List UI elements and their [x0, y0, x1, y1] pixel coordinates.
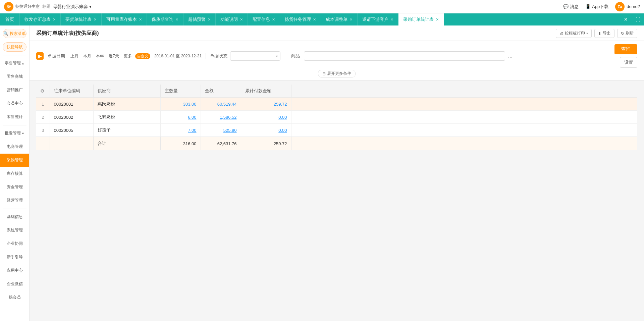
tab-expiry-query[interactable]: 保质期查询 ✕ [147, 13, 183, 25]
row-3-paid-link[interactable]: 0.00 [278, 128, 287, 133]
tab-inventory-ledger[interactable]: 可用量库存账本 ✕ [102, 13, 147, 25]
col-extra [291, 85, 637, 98]
sidebar-item-member-center[interactable]: 会员中心 [0, 97, 29, 110]
query-btn[interactable]: 查询 [614, 44, 637, 54]
sidebar: 🔍 搜索菜单 快捷导航 零售管理 ▲ 零售商城 营销推广 会员中心 零售统计 [0, 25, 30, 321]
status-select-wrapper [230, 51, 280, 61]
quick-nav-btn[interactable]: 快捷导航 [3, 42, 26, 52]
shortcut-last-7-days[interactable]: 近7天 [107, 53, 120, 60]
print-btn-label: 按模板打印 [565, 31, 585, 36]
app-download-btn[interactable]: 📱 App下载 [585, 4, 608, 10]
tab-invite-downstream-close[interactable]: ✕ [390, 17, 393, 22]
sidebar-item-retail-mgmt[interactable]: 零售管理 ▲ [0, 57, 29, 70]
sidebar-item-wholesale-mgmt[interactable]: 批发管理 ▼ [0, 127, 29, 140]
table-settings-icon[interactable]: ⚙ [40, 88, 45, 94]
footer-empty-1 [36, 137, 50, 150]
sidebar-item-app-center[interactable]: 应用中心 [0, 264, 29, 277]
print-btn[interactable]: 🖨 按模板打印 ▾ [556, 29, 592, 38]
table-header: ⚙ 往来单位编码 供应商 主数量 金额 累计付款金额 [36, 85, 637, 98]
tab-cost-adjust-close[interactable]: ✕ [350, 17, 353, 22]
shortcut-more[interactable]: 更多 [122, 53, 133, 60]
sidebar-item-enterprise-wechat[interactable]: 企业微信 [0, 277, 29, 291]
filter-settings-btn[interactable]: 设置 [620, 57, 637, 68]
tab-cost-adjust[interactable]: 成本调整单 ✕ [321, 13, 358, 25]
row-2-qty-link[interactable]: 6.00 [188, 115, 196, 120]
tab-goods-summary[interactable]: 要货单统计表 ✕ [61, 13, 102, 25]
sidebar-item-system-mgmt[interactable]: 系统管理 [0, 224, 29, 237]
col-code-header: 往来单位编码 [50, 85, 93, 98]
goods-label: 商品 [291, 53, 300, 59]
row-1-paid-link[interactable]: 259.72 [274, 102, 287, 107]
account-dropdown[interactable]: 母婴行业演示账套 ▾ [53, 4, 92, 10]
tab-purchase-order-summary-close[interactable]: ✕ [436, 17, 439, 22]
sidebar-item-enterprise-collab[interactable]: 企业协同 [0, 237, 29, 251]
maximize-btn[interactable]: ⛶ [632, 13, 644, 25]
tab-over-stock-alert-close[interactable]: ✕ [208, 17, 211, 22]
search-menu-btn[interactable]: 🔍 搜索菜单 [3, 29, 26, 38]
tab-expiry-query-label: 保质期查询 [152, 16, 173, 22]
sidebar-item-free-member[interactable]: 畅会员 [0, 291, 29, 304]
goods-input[interactable] [304, 51, 505, 61]
tab-home[interactable]: 首页 [0, 13, 20, 25]
row-1-qty: 303.00 [160, 98, 201, 111]
filter-toggle-btn[interactable]: ▶ [36, 52, 44, 60]
shortcut-this-month[interactable]: 本月 [82, 53, 93, 60]
row-3-amount-link[interactable]: 525.80 [223, 128, 237, 133]
tab-goods-summary-close[interactable]: ✕ [94, 17, 97, 22]
tab-expiry-query-close[interactable]: ✕ [175, 17, 178, 22]
expand-row: ⊞ 展开更多条件 [36, 70, 637, 77]
sidebar-item-inventory-check[interactable]: 库存核算 [0, 167, 29, 180]
table-row: 3 00020005 好孩子 7.00 525.80 0.00 [36, 124, 637, 137]
sidebar-item-finance-mgmt[interactable]: 资金管理 [0, 180, 29, 194]
tab-picking-task-close[interactable]: ✕ [313, 17, 316, 22]
filter-row: ▶ 单据日期 上月 本月 本年 近7天 更多 自定义 2016-01-01 至 … [36, 44, 637, 68]
row-1-supplier: 惠氏奶粉 [93, 98, 160, 111]
status-select[interactable] [230, 51, 280, 61]
row-1-qty-link[interactable]: 303.00 [183, 102, 197, 107]
sidebar-item-purchase-mgmt[interactable]: 采购管理 [0, 154, 29, 167]
sidebar-item-inventory-check-label: 库存核算 [7, 171, 23, 176]
sidebar-item-marketing[interactable]: 营销推广 [0, 84, 29, 97]
tab-purchase-order-summary-label: 采购订单统计表 [403, 16, 434, 22]
row-2-amount: 1,586.52 [201, 111, 241, 124]
date-badge[interactable]: 自定义 [135, 53, 150, 59]
close-all-btn[interactable]: ✕ [620, 13, 632, 25]
col-supplier-header: 供应商 [93, 85, 160, 98]
tab-function-desc[interactable]: 功能说明 ✕ [216, 13, 248, 25]
row-1-amount: 60,519.44 [201, 98, 241, 111]
sidebar-item-new-guide[interactable]: 新手引导 [0, 251, 29, 264]
content-area: 采购订单统计表(按供应商) 🖨 按模板打印 ▾ ⬇ 导出 ↻ 刷新 [30, 25, 644, 321]
tab-picking-task[interactable]: 拣货任务管理 ✕ [280, 13, 321, 25]
message-btn[interactable]: 💬 消息 [563, 4, 579, 10]
shortcut-last-month[interactable]: 上月 [69, 53, 80, 60]
row-2-paid-link[interactable]: 0.00 [278, 115, 287, 120]
footer-amount: 62,631.76 [201, 137, 241, 150]
tab-purchase-order-summary[interactable]: 采购订单统计表 ✕ [398, 13, 444, 25]
sidebar-item-basic-info[interactable]: 基础信息 [0, 210, 29, 224]
table-row: 2 00020002 飞鹤奶粉 6.00 1,586.52 0.00 [36, 111, 637, 124]
sidebar-item-ecommerce-mgmt[interactable]: 电商管理 [0, 140, 29, 154]
row-3-qty-link[interactable]: 7.00 [188, 128, 196, 133]
sidebar-item-retail-mall[interactable]: 零售商城 [0, 70, 29, 84]
refresh-btn[interactable]: ↻ 刷新 [617, 29, 637, 38]
expand-btn[interactable]: ⊞ 展开更多条件 [318, 70, 356, 77]
tab-receipt-summary[interactable]: 收发存汇总表 ✕ [20, 13, 61, 25]
goods-more-btn[interactable]: … [506, 53, 514, 59]
export-btn[interactable]: ⬇ 导出 [594, 29, 614, 38]
row-2-amount-link[interactable]: 1,586.52 [220, 115, 237, 120]
user-name: demo2 [627, 4, 640, 9]
tab-over-stock-alert[interactable]: 超储预警 ✕ [183, 13, 216, 25]
sidebar-item-operation-mgmt[interactable]: 经营管理 [0, 194, 29, 207]
tab-config-info[interactable]: 配置信息 ✕ [248, 13, 280, 25]
row-3-extra [291, 124, 637, 137]
row-1-amount-link[interactable]: 60,519.44 [217, 102, 237, 107]
tab-function-desc-close[interactable]: ✕ [240, 17, 243, 22]
tab-receipt-summary-close[interactable]: ✕ [53, 17, 56, 22]
top-bar-left: 好 畅捷通好生意 标题 母婴行业演示账套 ▾ [4, 2, 92, 11]
sidebar-item-retail-stats[interactable]: 零售统计 [0, 110, 29, 124]
shortcut-this-year[interactable]: 本年 [95, 53, 105, 60]
user-area[interactable]: Ea demo2 [615, 2, 640, 11]
tab-config-info-close[interactable]: ✕ [272, 17, 275, 22]
tab-invite-downstream[interactable]: 邀请下游客户 ✕ [358, 13, 398, 25]
tab-inventory-ledger-close[interactable]: ✕ [139, 17, 142, 22]
